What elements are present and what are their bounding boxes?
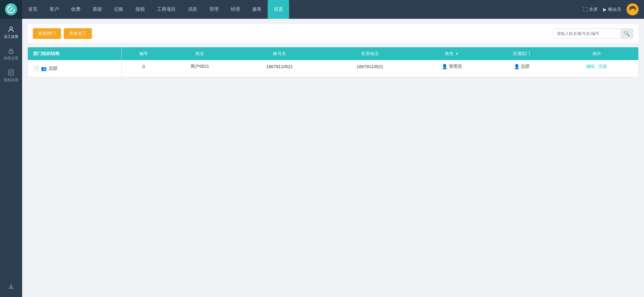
- sidebar-taxsettings-label: 报税设置: [4, 78, 18, 82]
- toolbar: 添加部门 添加员工 🔍: [28, 24, 639, 43]
- nav-right-area: ⛶ 全屏 ▶ 畅会员 🧒: [583, 3, 644, 15]
- org-tree-panel: 部门组织结构 📄 👥 总部: [28, 47, 122, 77]
- vip-label: 畅会员: [608, 6, 621, 12]
- permission-icon: [7, 47, 15, 54]
- employee-icon: [7, 26, 15, 33]
- col-header-account: 账号名: [234, 47, 325, 60]
- role-user-icon: 👤: [442, 64, 447, 69]
- search-icon: 🔍: [624, 31, 630, 36]
- org-tree: 📄 👥 总部: [28, 60, 121, 77]
- org-node-label: 总部: [49, 65, 57, 71]
- nav-item-settings[interactable]: 设置: [268, 0, 289, 19]
- content-panels: 部门组织结构 📄 👥 总部 编号 姓名 账号名: [28, 47, 639, 77]
- sidebar-bottom-area: [7, 279, 15, 293]
- dept-user-icon: 👤: [514, 64, 520, 69]
- org-node-root[interactable]: 📄 👥 总部: [33, 63, 116, 73]
- nav-items-container: 首页 客户 收费 票据 记账 报税 工商项目 消息 管理 经营 服务 设置: [22, 0, 583, 19]
- cell-phone: 18679110521: [325, 60, 415, 73]
- user-group-icon: 👥: [41, 66, 47, 71]
- search-box: 🔍: [553, 29, 633, 39]
- fullscreen-icon: ⛶: [583, 7, 588, 12]
- logo-icon: [5, 3, 17, 15]
- col-header-name: 姓名: [165, 47, 234, 60]
- sidebar-item-permission[interactable]: 权限设置: [0, 44, 22, 64]
- folder-icon: 📄: [33, 66, 39, 71]
- content-area: 添加部门 添加员工 🔍 部门组织结构 📄 👥 总部: [22, 19, 644, 297]
- cell-name: 用户0521: [165, 60, 234, 73]
- sidebar-item-employee[interactable]: 员工设置: [0, 22, 22, 42]
- role-value: 管理员: [449, 63, 462, 69]
- sidebar: 员工设置 权限设置 报税设置: [0, 19, 22, 297]
- transfer-link[interactable]: 交接: [598, 64, 607, 69]
- sidebar-permission-label: 权限设置: [4, 56, 18, 60]
- nav-item-bookkeeping[interactable]: 记账: [108, 0, 129, 19]
- table-row: 0 用户0521 18679110521 18679110521 👤 管理员 👤…: [122, 60, 638, 73]
- svg-point-1: [10, 27, 12, 30]
- vip-button[interactable]: ▶ 畅会员: [603, 6, 621, 12]
- search-button[interactable]: 🔍: [621, 29, 633, 38]
- table-panel: 编号 姓名 账号名 联系电话 角色 ▼ 所属部门 操作: [122, 47, 638, 77]
- cell-role: 👤 管理员: [415, 60, 489, 73]
- nav-item-business[interactable]: 工商项目: [151, 0, 182, 19]
- table-header-row: 编号 姓名 账号名 联系电话 角色 ▼ 所属部门 操作: [122, 47, 638, 60]
- cell-action: 编辑 交接: [555, 60, 638, 73]
- cell-id: 0: [122, 60, 165, 73]
- col-header-dept: 所属部门: [488, 47, 555, 60]
- top-navigation: 首页 客户 收费 票据 记账 报税 工商项目 消息 管理 经营 服务 设置 ⛶ …: [0, 0, 644, 19]
- cell-account: 18679110521: [234, 60, 325, 73]
- nav-item-message[interactable]: 消息: [182, 0, 203, 19]
- add-staff-button[interactable]: 添加员工: [64, 28, 92, 39]
- taxsettings-icon: [7, 69, 15, 76]
- svg-point-0: [10, 9, 12, 10]
- nav-item-operations[interactable]: 经营: [225, 0, 246, 19]
- user-avatar[interactable]: 🧒: [627, 3, 639, 15]
- main-layout: 员工设置 权限设置 报税设置: [0, 19, 644, 297]
- filter-icon: ▼: [455, 52, 459, 56]
- vip-icon: ▶: [603, 7, 607, 12]
- nav-item-service[interactable]: 服务: [246, 0, 268, 19]
- edit-link[interactable]: 编辑: [586, 64, 595, 69]
- download-icon: [7, 282, 15, 290]
- nav-item-manage[interactable]: 管理: [203, 0, 225, 19]
- nav-item-customer[interactable]: 客户: [44, 0, 65, 19]
- nav-item-invoice[interactable]: 票据: [87, 0, 108, 19]
- col-header-role[interactable]: 角色 ▼: [415, 47, 489, 60]
- col-header-action: 操作: [555, 47, 638, 60]
- employee-table: 编号 姓名 账号名 联系电话 角色 ▼ 所属部门 操作: [122, 47, 638, 73]
- org-panel-header: 部门组织结构: [28, 47, 121, 60]
- nav-item-home[interactable]: 首页: [22, 0, 44, 19]
- nav-item-fee[interactable]: 收费: [65, 0, 87, 19]
- app-logo[interactable]: [0, 0, 22, 19]
- sidebar-employee-label: 员工设置: [4, 34, 18, 39]
- add-dept-button[interactable]: 添加部门: [33, 28, 61, 39]
- fullscreen-label: 全屏: [589, 6, 598, 12]
- fullscreen-button[interactable]: ⛶ 全屏: [583, 6, 598, 12]
- nav-item-tax[interactable]: 报税: [129, 0, 151, 19]
- col-header-phone: 联系电话: [325, 47, 415, 60]
- cell-dept: 👤 总部: [488, 60, 555, 73]
- search-input[interactable]: [553, 29, 621, 38]
- sidebar-item-taxsettings[interactable]: 报税设置: [0, 65, 22, 86]
- svg-point-3: [11, 52, 12, 53]
- col-header-id: 编号: [122, 47, 165, 60]
- sidebar-download-button[interactable]: [7, 279, 15, 293]
- dept-value: 总部: [521, 63, 530, 69]
